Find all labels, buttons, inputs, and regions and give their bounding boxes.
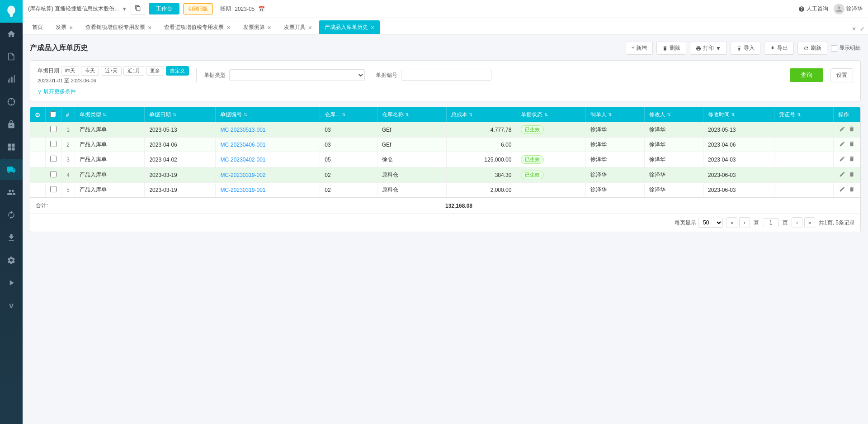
sidebar-item-chart[interactable] [0, 69, 23, 90]
import-button[interactable]: 导入 [731, 42, 760, 55]
sidebar-item-warehouse[interactable] [0, 159, 23, 180]
today-btn[interactable]: 今天 [81, 66, 99, 76]
column-modify-time[interactable]: 修改时间 ⇅ [703, 107, 774, 122]
column-date[interactable]: 单据日期 ⇅ [145, 107, 216, 122]
column-cost[interactable]: 总成本 ⇅ [446, 107, 516, 122]
company-dropdown-icon[interactable]: ▼ [122, 6, 127, 12]
prev-page-btn[interactable]: ‹ [739, 217, 750, 228]
row-select-checkbox[interactable] [50, 186, 57, 192]
tab-history[interactable]: 产成品入库单历史 × [319, 20, 380, 34]
delete-button[interactable]: 删除 [656, 42, 686, 55]
export-button[interactable]: 导出 [764, 42, 794, 55]
type-filter-select[interactable] [229, 69, 365, 81]
row-select-checkbox[interactable] [50, 156, 57, 162]
sidebar-item-flow[interactable] [0, 91, 23, 112]
row-action[interactable] [833, 183, 860, 197]
row-select-checkbox[interactable] [50, 141, 57, 147]
delete-icon[interactable] [848, 157, 856, 163]
tab-invoice-close[interactable]: × [69, 24, 73, 31]
sidebar-item-refresh[interactable] [0, 205, 23, 225]
sidebar-item-people[interactable] [0, 182, 23, 203]
column-wh-name[interactable]: 仓库名称 ⇅ [377, 107, 446, 122]
tab-open[interactable]: 发票开具 × [278, 20, 318, 34]
row-action[interactable] [833, 152, 860, 167]
column-modifier[interactable]: 修改人 ⇅ [644, 107, 703, 122]
last-page-btn[interactable]: » [804, 217, 815, 228]
row-checkbox[interactable] [46, 152, 61, 167]
setting-button[interactable]: 设置 [830, 68, 853, 82]
last1m-btn[interactable]: 近1月 [123, 66, 144, 76]
show-detail-toggle[interactable]: 显示明细 [831, 44, 861, 52]
delete-icon[interactable] [848, 127, 856, 133]
copy-button[interactable] [131, 3, 145, 15]
edit-icon[interactable] [838, 127, 848, 133]
sidebar-item-play[interactable] [0, 272, 23, 293]
column-voucher[interactable]: 凭证号 ⇅ [774, 107, 833, 122]
row-action[interactable] [833, 138, 860, 152]
delete-icon[interactable] [848, 142, 856, 148]
row-select-checkbox[interactable] [50, 171, 57, 177]
column-creator[interactable]: 制单人 ⇅ [585, 107, 644, 122]
tab-home[interactable]: 首页 [26, 20, 49, 34]
row-action[interactable] [833, 167, 860, 183]
row-checkbox[interactable] [46, 138, 61, 152]
tab-calc-close[interactable]: × [268, 24, 271, 31]
column-wh-code[interactable]: 仓库... ⇅ [320, 107, 377, 122]
column-checkbox[interactable] [46, 107, 61, 122]
user-menu[interactable]: 徐泽华 [834, 4, 863, 14]
row-code[interactable]: MC-20230513-001 [216, 122, 320, 138]
sidebar-item-v[interactable]: V [0, 295, 23, 316]
per-page-select[interactable]: 10 20 50 100 [698, 218, 723, 228]
row-code-link[interactable]: MC-20230319-001 [220, 187, 265, 193]
worktable-button[interactable]: 工作台 [149, 3, 179, 14]
first-page-btn[interactable]: « [726, 217, 737, 228]
tab-purchase-vat[interactable]: 查看进项增值税专用发票 × [158, 20, 236, 34]
expand-conditions-btn[interactable]: ∨ 展开更多条件 [38, 88, 853, 95]
help-button[interactable]: 人工咨询 [798, 5, 828, 13]
custom-btn[interactable]: 自定义 [166, 66, 189, 76]
row-code[interactable]: MC-20230319-001 [216, 183, 320, 197]
sidebar-item-home[interactable] [0, 24, 23, 44]
print-button[interactable]: 打印 ▼ [690, 42, 727, 55]
calendar-icon[interactable]: 📅 [258, 6, 265, 12]
sidebar-item-grid[interactable] [0, 137, 23, 157]
column-code[interactable]: 单据编号 ⇅ [216, 107, 320, 122]
row-code-link[interactable]: MC-20230319-002 [220, 172, 265, 178]
maximize-icon[interactable]: ⤢ [860, 26, 864, 32]
more-btn[interactable]: 更多 [146, 66, 164, 76]
sidebar-item-settings[interactable] [0, 250, 23, 271]
tab-invoice[interactable]: 发票 × [50, 20, 79, 34]
edit-icon[interactable] [838, 157, 848, 163]
delete-icon[interactable] [848, 187, 856, 194]
tab-sales-vat[interactable]: 查看销项增值税专用发票 × [80, 20, 157, 34]
show-detail-checkbox[interactable] [831, 45, 837, 52]
row-code-link[interactable]: MC-20230406-001 [220, 142, 265, 148]
edit-icon[interactable] [838, 142, 848, 148]
select-all-checkbox[interactable] [50, 111, 56, 117]
close-tab-icon[interactable]: ✕ [852, 26, 856, 32]
app-logo[interactable] [0, 0, 23, 23]
page-number-input[interactable] [763, 218, 779, 227]
column-settings[interactable]: ⚙ [30, 107, 46, 122]
row-code[interactable]: MC-20230406-001 [216, 138, 320, 152]
row-code[interactable]: MC-20230402-001 [216, 152, 320, 167]
sidebar-item-download[interactable] [0, 227, 23, 248]
column-type[interactable]: 单据类型 ⇅ [75, 107, 145, 122]
query-button[interactable]: 查询 [790, 68, 823, 82]
delete-icon[interactable] [848, 172, 856, 179]
row-checkbox[interactable] [46, 122, 61, 138]
row-action[interactable] [833, 122, 860, 138]
refresh-button[interactable]: 刷新 [797, 42, 827, 55]
print-dropdown-icon[interactable]: ▼ [716, 45, 721, 52]
tab-history-close[interactable]: × [371, 24, 374, 31]
tab-calc[interactable]: 发票测算 × [237, 20, 277, 34]
last7-btn[interactable]: 近7天 [101, 66, 122, 76]
row-code-link[interactable]: MC-20230513-001 [220, 127, 265, 133]
num-filter-input[interactable] [401, 70, 491, 81]
tab-open-close[interactable]: × [308, 24, 312, 31]
tab-sales-vat-close[interactable]: × [148, 24, 151, 31]
new-button[interactable]: + 新增 [626, 42, 653, 55]
edit-icon[interactable] [838, 172, 848, 179]
yesterday-btn[interactable]: 昨天 [61, 66, 79, 76]
row-checkbox[interactable] [46, 167, 61, 183]
